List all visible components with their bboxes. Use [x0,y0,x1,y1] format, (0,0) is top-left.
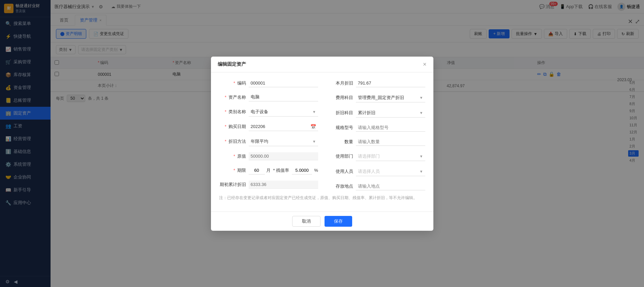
form-row-monthly-dep: 本月折旧 [326,79,425,87]
code-input[interactable] [249,79,318,87]
dep-subject-text: 累计折旧 [358,110,420,116]
dep-subject-arrow-icon: ▼ [420,111,423,115]
quantity-label: 数量 [326,139,353,145]
original-value-label: * 原值 [219,153,246,159]
modal-title: 编辑固定资产 [218,61,246,67]
expense-subject-label: 费用科目 [326,95,353,101]
category-select[interactable]: 电子设备 ▼ [249,107,318,117]
dep-method-select[interactable]: 年限平均 ▼ [249,137,318,146]
original-value-input[interactable] [249,152,318,160]
form-row-expense-subject: 费用科目 管理费用_固定资产折旧 ▼ [326,93,425,102]
person-select[interactable]: 请选择人员 ▼ [356,167,425,176]
form-row-dep-subject: 折旧科目 累计折旧 ▼ [326,108,425,118]
modal-overlay: 编辑固定资产 × * 编码 [0,0,644,287]
form-row-department: 使用部门 请选择部门 ▼ [326,152,425,161]
location-label: 存放地点 [326,183,353,189]
modal-left-col: * 编码 * 资产名称 [219,79,318,196]
form-row-category: * 类别名称 电子设备 ▼ [219,107,318,117]
department-label: 使用部门 [326,153,353,159]
modal-header: 编辑固定资产 × [211,57,433,72]
residual-rate-wrap: % [292,166,318,174]
period-label: * 期限 [219,167,246,173]
modal-close-btn[interactable]: × [423,61,427,67]
form-row-quantity: 数量 [326,138,425,146]
residual-rate-input[interactable] [292,166,312,174]
opening-dep-input[interactable] [249,181,318,189]
quantity-input[interactable] [356,138,425,146]
modal-note: 注：已经存在变更记录或者对应固定资产已经生成凭证，原值、购买日期、残值率、累计折… [219,195,425,205]
asset-name-input[interactable] [249,93,318,101]
modal-body: * 编码 * 资产名称 [211,72,433,212]
department-arrow-icon: ▼ [420,154,423,158]
department-placeholder: 请选择部门 [358,153,420,159]
period-input[interactable] [249,166,265,174]
form-row-person: 使用人员 请选择人员 ▼ [326,167,425,176]
dep-subject-select[interactable]: 累计折旧 ▼ [356,108,425,118]
form-row-spec-model: 规格型号 [326,124,425,132]
expense-subject-arrow-icon: ▼ [420,96,423,100]
form-row-original-value: * 原值 [219,152,318,160]
code-req-star: * [234,81,235,86]
category-select-text: 电子设备 [251,109,312,115]
calendar-icon[interactable]: 📅 [310,124,316,129]
person-arrow-icon: ▼ [420,169,423,173]
dep-subject-label: 折旧科目 [326,110,353,116]
form-row-period: * 期限 月 * 残值率 % [219,166,318,174]
form-row-location: 存放地点 [326,182,425,190]
purchase-date-input[interactable] [251,124,310,129]
save-button[interactable]: 保存 [325,216,352,227]
form-row-opening-dep: 期初累计折旧 [219,181,318,189]
modal-grid: * 编码 * 资产名称 [219,79,425,196]
dep-method-label: * 折旧方法 [219,138,246,145]
monthly-dep-label: 本月折旧 [326,80,353,86]
residual-rate-label: * 残值率 [273,167,289,173]
person-label: 使用人员 [326,168,353,174]
expense-subject-select[interactable]: 管理费用_固定资产折旧 ▼ [356,93,425,102]
location-input[interactable] [356,182,425,190]
category-select-arrow-icon: ▼ [312,110,316,114]
expense-subject-text: 管理费用_固定资产折旧 [358,95,420,101]
person-placeholder: 请选择人员 [358,168,420,174]
period-unit: 月 [266,167,271,173]
form-row-dep-method: * 折旧方法 年限平均 ▼ [219,137,318,146]
purchase-date-label: * 购买日期 [219,124,246,130]
purchase-date-input-wrap: 📅 [249,123,318,131]
spec-model-input[interactable] [356,124,425,132]
residual-rate-unit: % [314,168,318,173]
form-row-purchase-date: * 购买日期 📅 [219,123,318,131]
asset-name-label: * 资产名称 [219,94,246,100]
form-row-asset-name: * 资产名称 [219,93,318,101]
dep-method-arrow-icon: ▼ [312,139,316,144]
cancel-button[interactable]: 取消 [292,216,320,227]
spec-model-label: 规格型号 [326,125,353,131]
code-label: * 编码 [219,80,246,86]
category-label2: * 类别名称 [219,109,246,115]
dep-method-text: 年限平均 [251,138,312,145]
period-wrap: 月 [249,166,271,174]
modal-footer: 取消 保存 [211,212,433,231]
form-row-code: * 编码 [219,79,318,87]
opening-dep-label: 期初累计折旧 [219,182,246,188]
monthly-dep-input[interactable] [356,79,425,87]
edit-asset-modal: 编辑固定资产 × * 编码 [211,57,433,231]
department-select[interactable]: 请选择部门 ▼ [356,152,425,161]
modal-right-col: 本月折旧 费用科目 管理费用_固定资产折旧 ▼ [326,79,425,196]
